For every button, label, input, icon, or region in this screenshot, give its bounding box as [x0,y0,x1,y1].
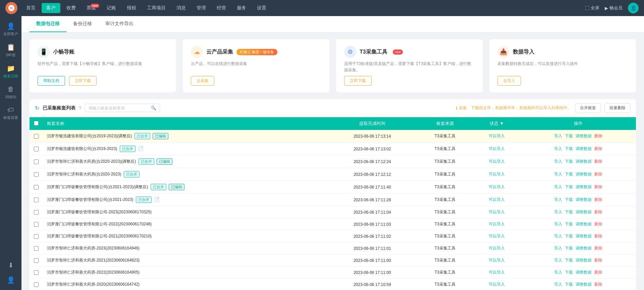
action-调整数据[interactable]: 调整数据 [576,282,592,287]
action-导入[interactable]: 导入 [554,258,562,263]
action-下载[interactable]: 下载 [565,270,573,275]
action-下载[interactable]: 下载 [565,282,573,287]
row-checkbox[interactable] [34,198,39,202]
row-checkbox[interactable] [34,270,39,275]
sidebar-item-recycle[interactable]: 🗑 回收站 [0,82,21,103]
action-下载[interactable]: 下载 [565,134,573,138]
action-调整数据[interactable]: 调整数据 [576,210,592,214]
tab-backup-migration[interactable]: 备份迁移 [66,16,99,32]
help-icon[interactable]: ? [79,105,82,111]
action-调整数据[interactable]: 调整数据 [576,246,592,250]
fullscreen-button[interactable]: ⛶ 全屏 [585,5,599,11]
nav-item-home[interactable]: 首页 [21,3,40,13]
nav-item-service[interactable]: 服务 [232,3,251,13]
action-删除[interactable]: 删除 [594,234,602,238]
action-删除[interactable]: 删除 [594,159,602,164]
member-button[interactable]: ▶ 畅会员 [605,5,623,11]
action-调整数据[interactable]: 调整数据 [576,270,592,275]
card1-help-btn[interactable]: 帮助文档 [38,76,65,86]
row-checkbox[interactable] [34,258,39,263]
action-删除[interactable]: 删除 [594,270,602,275]
nav-item-client[interactable]: 客户 [42,3,60,13]
action-导入[interactable]: 导入 [554,197,562,202]
action-调整数据[interactable]: 调整数据 [576,197,592,202]
merge-accounts-button[interactable]: 合并账套 [575,103,601,113]
action-删除[interactable]: 删除 [594,185,602,189]
action-导入[interactable]: 导入 [554,222,562,226]
nav-item-settings[interactable]: 设置 [252,3,271,13]
action-下载[interactable]: 下载 [565,234,573,238]
action-删除[interactable]: 删除 [594,210,602,214]
action-删除[interactable]: 删除 [594,282,602,287]
action-调整数据[interactable]: 调整数据 [576,258,592,263]
tab-audit-export[interactable]: 审计文件导出 [99,16,140,32]
nav-item-billing[interactable]: 收费 [62,3,80,13]
action-下载[interactable]: 下载 [565,159,573,164]
action-下载[interactable]: 下载 [565,197,573,202]
search-input[interactable] [89,106,149,111]
action-调整数据[interactable]: 调整数据 [576,185,592,189]
action-导入[interactable]: 导入 [554,282,562,287]
nav-item-message[interactable]: 消息 [172,3,191,13]
action-调整数据[interactable]: 调整数据 [576,234,592,238]
nav-item-tax[interactable]: 报税 [122,3,141,13]
row-checkbox[interactable] [34,210,39,215]
action-下载[interactable]: 下载 [565,258,573,263]
sidebar-item-all-clients[interactable]: 👤 全部客户 [0,19,21,40]
action-导入[interactable]: 导入 [554,159,562,164]
row-checkbox[interactable] [34,222,39,227]
row-checkbox[interactable] [34,147,39,151]
action-删除[interactable]: 删除 [594,258,602,263]
action-删除[interactable]: 删除 [594,134,602,138]
card1-download-btn[interactable]: 立即下载 [69,76,97,86]
card2-collect-btn[interactable]: 去采集 [191,76,214,86]
action-下载[interactable]: 下载 [565,210,573,214]
sidebar-item-tag-settings[interactable]: 🏷 标签设置 [0,103,21,124]
action-导入[interactable]: 导入 [554,185,562,189]
nav-item-invoice[interactable]: 票据new [82,3,101,13]
sidebar-item-account-migrate[interactable]: 📁 账套迁移 [0,61,21,82]
tab-data-migration[interactable]: 数据包迁移 [30,16,66,32]
batch-delete-button[interactable]: 批量删除 [604,103,631,113]
user-avatar[interactable]: 👤 [628,3,639,13]
nav-item-manage[interactable]: 管理 [192,3,211,13]
action-删除[interactable]: 删除 [594,197,602,202]
action-导入[interactable]: 导入 [554,270,562,275]
action-删除[interactable]: 删除 [594,146,602,151]
sidebar-item-user-profile[interactable]: 👤 [7,273,15,287]
action-调整数据[interactable]: 调整数据 [576,159,592,164]
action-调整数据[interactable]: 调整数据 [576,172,592,176]
action-下载[interactable]: 下载 [565,185,573,189]
action-导入[interactable]: 导入 [554,134,562,138]
row-checkbox[interactable] [34,185,39,190]
action-下载[interactable]: 下载 [565,172,573,176]
sidebar-item-zero-declare[interactable]: 📋 0申报 [0,40,21,61]
action-调整数据[interactable]: 调整数据 [576,146,592,151]
sidebar-item-download[interactable]: ⬇ [7,258,15,273]
nav-item-bookkeeping[interactable]: 记账 [102,3,121,13]
action-删除[interactable]: 删除 [594,172,602,176]
action-导入[interactable]: 导入 [554,172,562,176]
action-下载[interactable]: 下载 [565,246,573,250]
nav-item-operation[interactable]: 经营 [212,3,231,13]
search-submit-icon[interactable]: 🔍 [151,105,156,111]
row-checkbox[interactable] [34,246,39,251]
action-下载[interactable]: 下载 [565,222,573,226]
action-调整数据[interactable]: 调整数据 [576,134,592,138]
action-导入[interactable]: 导入 [554,246,562,250]
card3-download-btn[interactable]: 立即下载 [344,76,372,86]
nav-item-business[interactable]: 工商项目 [142,3,170,13]
row-checkbox[interactable] [34,282,39,287]
row-checkbox[interactable] [34,172,39,177]
card4-import-btn[interactable]: 去导入 [497,76,521,86]
action-导入[interactable]: 导入 [554,210,562,214]
row-checkbox[interactable] [34,134,39,139]
select-all-checkbox[interactable] [34,121,39,126]
action-调整数据[interactable]: 调整数据 [576,222,592,226]
action-导入[interactable]: 导入 [554,146,562,151]
row-checkbox[interactable] [34,234,39,239]
action-删除[interactable]: 删除 [594,222,602,226]
action-下载[interactable]: 下载 [565,146,573,151]
action-删除[interactable]: 删除 [594,246,602,250]
action-导入[interactable]: 导入 [554,234,562,238]
